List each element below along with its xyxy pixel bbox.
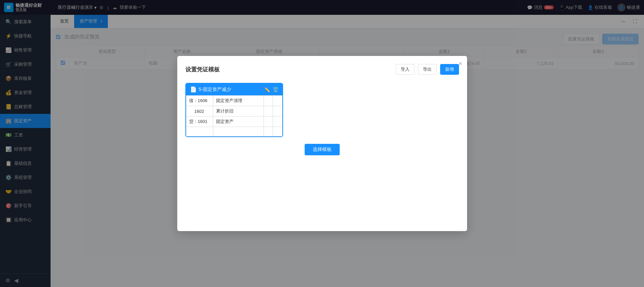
modal-actions: 导入 导出 新增 <box>396 64 459 75</box>
select-template-button[interactable]: 选择模板 <box>305 144 340 155</box>
import-button[interactable]: 导入 <box>396 64 415 75</box>
template-empty-cell-4 <box>273 127 282 136</box>
template-empty-cell-2 <box>213 127 264 136</box>
template-empty-cell-1 <box>186 127 213 136</box>
template-card-body: 借：1606 固定资产清理 1602 累计折旧 贷：1601 <box>186 95 282 136</box>
template-credit-col4-1 <box>273 117 282 127</box>
template-card-header: 📄 5-固定资产减少 ✏️ 🗑️ <box>186 84 282 95</box>
template-row-debit-1: 借：1606 固定资产清理 <box>186 96 282 106</box>
template-credit-name-1: 固定资产 <box>213 117 264 127</box>
template-row-debit-2: 1602 累计折旧 <box>186 106 282 117</box>
modal-close-button[interactable]: × <box>459 61 462 67</box>
template-debit-col4-2 <box>273 106 282 117</box>
modal-overlay: 设置凭证模板 导入 导出 新增 × 📄 5-固定资产减少 ✏️ 🗑️ <box>0 0 644 287</box>
modal-header: 设置凭证模板 导入 导出 新增 <box>185 64 459 75</box>
template-edit-icon[interactable]: ✏️ <box>264 87 270 92</box>
template-delete-icon[interactable]: 🗑️ <box>273 87 278 92</box>
template-credit-col3-1 <box>264 117 273 127</box>
template-card: 📄 5-固定资产减少 ✏️ 🗑️ 借：1606 固定资产清理 <box>185 83 283 137</box>
template-debit-name-1: 固定资产清理 <box>213 96 264 106</box>
modal: 设置凭证模板 导入 导出 新增 × 📄 5-固定资产减少 ✏️ 🗑️ <box>177 56 467 231</box>
template-debit-col3-1 <box>264 96 273 106</box>
template-empty-cell-3 <box>264 127 273 136</box>
template-card-title: 5-固定资产减少 <box>199 87 262 93</box>
template-debit-col3-2 <box>264 106 273 117</box>
template-debit-name-2: 累计折旧 <box>213 106 264 117</box>
template-debit-col4-1 <box>273 96 282 106</box>
export-button[interactable]: 导出 <box>418 64 437 75</box>
template-doc-icon: 📄 <box>190 86 197 93</box>
new-button[interactable]: 新增 <box>440 64 459 75</box>
template-row-empty <box>186 127 282 136</box>
template-debit-prefix-1: 借：1606 <box>186 96 213 106</box>
template-row-credit-1: 贷：1601 固定资产 <box>186 117 282 127</box>
template-debit-prefix-2: 1602 <box>186 106 213 117</box>
template-table: 借：1606 固定资产清理 1602 累计折旧 贷：1601 <box>186 95 282 136</box>
modal-title: 设置凭证模板 <box>185 66 396 73</box>
template-credit-prefix-1: 贷：1601 <box>186 117 213 127</box>
template-card-icons: ✏️ 🗑️ <box>264 87 278 92</box>
